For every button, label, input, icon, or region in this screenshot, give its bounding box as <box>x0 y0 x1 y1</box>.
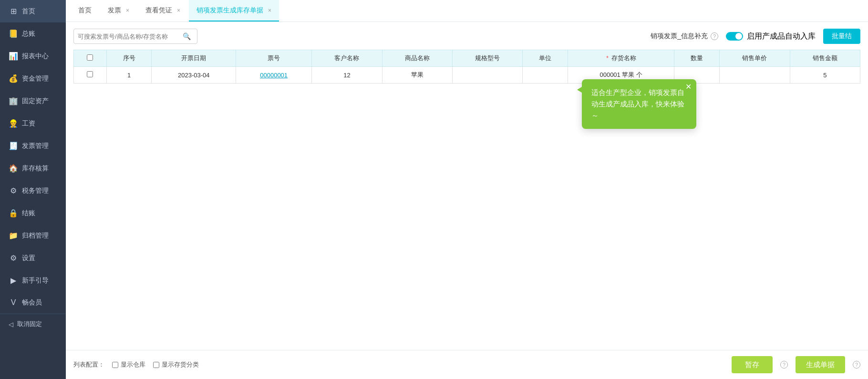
row-unit <box>523 67 568 84</box>
save-button[interactable]: 暂存 <box>732 356 773 373</box>
row-amount: 5 <box>790 67 860 84</box>
sidebar-item-label: 设置 <box>22 254 35 263</box>
pin-label: 取消固定 <box>17 320 42 328</box>
home-icon: ⊞ <box>9 7 18 16</box>
col-checkbox <box>74 50 107 67</box>
report-icon: 📊 <box>9 52 18 61</box>
main-area: 首页 发票 × 查看凭证 × 销项发票生成库存单据 × 🔍 销项发票_信息补充 … <box>66 0 868 379</box>
ledger-icon: 📒 <box>9 29 18 38</box>
info-help-icon[interactable]: ? <box>711 32 718 40</box>
sidebar-item-capital[interactable]: 💰 资金管理 <box>0 67 66 90</box>
sidebar-item-label: 工资 <box>22 119 35 128</box>
archive-icon: 📁 <box>9 231 18 240</box>
sidebar-item-label: 新手引导 <box>22 276 49 285</box>
content-area: 🔍 销项发票_信息补充 ? 启用产成品自动入库 批量结 序号 <box>66 22 868 350</box>
sidebar-item-home[interactable]: ⊞ 首页 <box>0 0 66 22</box>
sidebar-item-label: 畅会员 <box>22 298 42 307</box>
vip-icon: V <box>9 298 18 307</box>
sidebar-item-inventory[interactable]: 🏠 库存核算 <box>0 157 66 179</box>
bottom-actions: 暂存 ? 生成单据 ? <box>732 356 860 373</box>
sidebar-item-report[interactable]: 📊 报表中心 <box>0 45 66 67</box>
col-spec: 规格型号 <box>452 50 522 67</box>
tooltip-close-button[interactable]: ✕ <box>685 83 692 91</box>
col-invoice-no: 票号 <box>236 50 312 67</box>
show-inventory-category-checkbox-item[interactable]: 显示存货分类 <box>153 360 199 369</box>
settings-icon: ⚙ <box>9 253 18 263</box>
sidebar-item-guide[interactable]: ▶ 新手引导 <box>0 269 66 292</box>
row-date: 2023-03-04 <box>152 67 236 84</box>
row-checkbox[interactable] <box>87 71 93 77</box>
row-customer: 12 <box>312 67 382 84</box>
sidebar-item-label: 固定资产 <box>22 97 49 105</box>
sidebar-pin-toggle[interactable]: ◁ 取消固定 <box>0 314 66 334</box>
show-inventory-category-checkbox[interactable] <box>153 362 159 368</box>
list-config-label: 列表配置： <box>73 360 104 369</box>
info-label-text: 销项发票_信息补充 <box>651 32 708 41</box>
sidebar-item-label: 结账 <box>22 209 35 218</box>
sidebar-item-label: 税务管理 <box>22 187 49 195</box>
batch-button[interactable]: 批量结 <box>823 29 860 44</box>
col-inventory-name: * 存货名称 <box>568 50 674 67</box>
sidebar-item-ledger[interactable]: 📒 总账 <box>0 22 66 45</box>
show-warehouse-checkbox-item[interactable]: 显示仓库 <box>112 360 145 369</box>
tab-bar: 首页 发票 × 查看凭证 × 销项发票生成库存单据 × <box>66 0 868 22</box>
search-input[interactable] <box>78 33 183 40</box>
tab-cancel-invoice-close[interactable]: × <box>268 7 271 14</box>
tab-invoice-close[interactable]: × <box>126 7 129 14</box>
save-help-icon[interactable]: ? <box>780 361 788 368</box>
sidebar-item-label: 首页 <box>22 7 35 16</box>
select-all-checkbox[interactable] <box>87 54 93 61</box>
tax-icon: ⚙ <box>9 186 18 195</box>
sidebar-item-label: 报表中心 <box>22 52 49 61</box>
sidebar-item-vip[interactable]: V 畅会员 <box>0 292 66 314</box>
inventory-icon: 🏠 <box>9 164 18 173</box>
gen-voucher-button[interactable]: 生成单据 <box>796 356 845 373</box>
info-label: 销项发票_信息补充 ? <box>651 32 718 41</box>
fixed-asset-icon: 🏢 <box>9 96 18 105</box>
close-ledger-icon: 🔒 <box>9 209 18 218</box>
payroll-icon: 👷 <box>9 119 18 128</box>
toolbar-row: 🔍 销项发票_信息补充 ? 启用产成品自动入库 批量结 <box>73 29 860 44</box>
tab-invoice-label: 发票 <box>108 6 121 15</box>
table-row: 1 2023-03-04 00000001 12 苹果 000001 苹果 个 … <box>74 67 860 84</box>
tooltip-popup: ✕ 适合生产型企业，销项发票自动生成产成品入库，快来体验～ <box>582 79 696 129</box>
col-unit-price: 销售单价 <box>720 50 790 67</box>
search-icon: 🔍 <box>183 32 191 40</box>
sidebar-item-archive[interactable]: 📁 归档管理 <box>0 224 66 247</box>
gen-help-icon[interactable]: ? <box>853 361 860 368</box>
col-product: 商品名称 <box>382 50 452 67</box>
sidebar: ⊞ 首页 📒 总账 📊 报表中心 💰 资金管理 🏢 固定资产 👷 工资 🧾 发票… <box>0 0 66 379</box>
row-spec <box>452 67 522 84</box>
data-table: 序号 开票日期 票号 客户名称 商品名称 规格型号 单位 * 存货名称 数量 销… <box>73 50 860 84</box>
col-date: 开票日期 <box>152 50 236 67</box>
tab-view-voucher[interactable]: 查看凭证 × <box>138 0 188 21</box>
show-warehouse-label: 显示仓库 <box>121 360 145 369</box>
auto-storage-toggle[interactable] <box>726 32 743 41</box>
col-amount: 销售金额 <box>790 50 860 67</box>
show-inventory-category-label: 显示存货分类 <box>162 360 199 369</box>
tab-cancel-invoice[interactable]: 销项发票生成库存单据 × <box>189 0 279 21</box>
col-unit: 单位 <box>523 50 568 67</box>
tab-cancel-invoice-label: 销项发票生成库存单据 <box>196 6 263 15</box>
sidebar-item-payroll[interactable]: 👷 工资 <box>0 112 66 135</box>
sidebar-item-label: 总账 <box>22 30 35 38</box>
tab-invoice[interactable]: 发票 × <box>100 0 137 21</box>
row-invoice-no[interactable]: 00000001 <box>236 67 312 84</box>
toggle-label: 启用产成品自动入库 <box>747 32 816 42</box>
sidebar-item-label: 归档管理 <box>22 232 49 240</box>
sidebar-item-settings[interactable]: ⚙ 设置 <box>0 247 66 269</box>
search-wrap[interactable]: 🔍 <box>73 29 197 44</box>
sidebar-item-fixed-asset[interactable]: 🏢 固定资产 <box>0 90 66 112</box>
toolbar-right: 销项发票_信息补充 ? 启用产成品自动入库 批量结 <box>651 29 860 44</box>
row-product: 苹果 <box>382 67 452 84</box>
show-warehouse-checkbox[interactable] <box>112 362 118 368</box>
sidebar-item-invoice-mgmt[interactable]: 🧾 发票管理 <box>0 135 66 157</box>
list-config: 列表配置： 显示仓库 显示存货分类 <box>73 360 199 369</box>
sidebar-item-tax[interactable]: ⚙ 税务管理 <box>0 179 66 202</box>
row-checkbox-cell <box>74 67 107 84</box>
col-seq: 序号 <box>106 50 152 67</box>
tab-view-voucher-close[interactable]: × <box>177 7 180 14</box>
tab-home[interactable]: 首页 <box>71 0 99 21</box>
sidebar-item-close[interactable]: 🔒 结账 <box>0 202 66 224</box>
toggle-wrap: 启用产成品自动入库 <box>726 32 816 42</box>
